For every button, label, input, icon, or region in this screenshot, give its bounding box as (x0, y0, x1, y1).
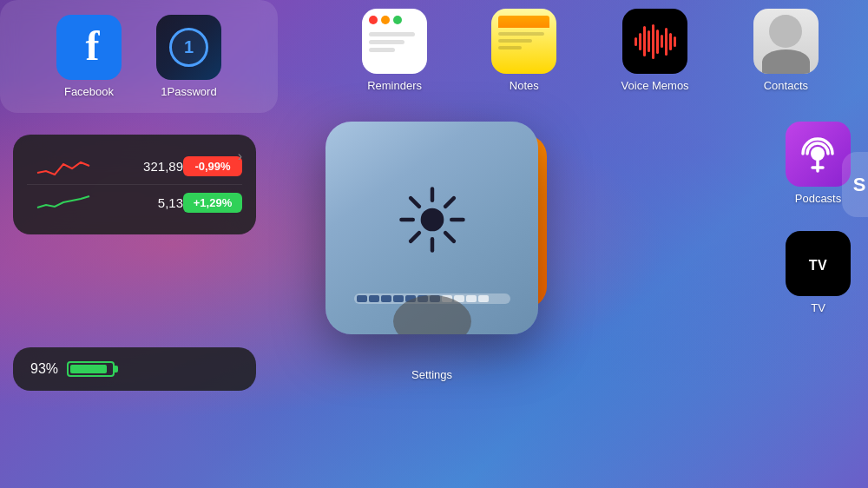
podcasts-label: Podcasts (795, 192, 841, 205)
settings-widget[interactable]: Settings (326, 122, 538, 356)
facebook-f-letter: f (86, 22, 100, 69)
svg-line-5 (411, 198, 419, 207)
tv-app[interactable]: TV TV (786, 231, 851, 314)
wbar-8 (665, 28, 667, 56)
svg-line-8 (411, 233, 419, 241)
reminders-icon-img (362, 9, 427, 74)
contacts-icon-img (753, 9, 819, 74)
stock-chart-2 (37, 192, 125, 214)
svg-line-6 (445, 233, 454, 241)
reminders-line-3 (369, 48, 395, 52)
wbar-5 (652, 24, 654, 59)
bseg-4 (393, 295, 404, 302)
podcasts-icon-img (786, 122, 851, 187)
note-line-1 (498, 32, 544, 36)
wbar-4 (648, 30, 650, 52)
right-apps-column: Podcasts TV TV (786, 122, 851, 314)
onepassword-digit: 1 (184, 37, 194, 57)
wbar-2 (639, 33, 641, 50)
wbar-1 (635, 37, 637, 46)
note-line-2 (498, 39, 531, 43)
contacts-body (762, 49, 810, 74)
stock-price-2: 5,13 (135, 195, 183, 210)
bseg-1 (357, 295, 367, 302)
facebook-label: Facebook (64, 85, 114, 98)
partial-app-right: S (842, 152, 868, 217)
dot-red (369, 16, 378, 24)
podcasts-app[interactable]: Podcasts (786, 122, 851, 205)
bseg-10 (466, 295, 477, 302)
wbar-10 (674, 36, 676, 47)
tv-text-label: TV (809, 258, 827, 274)
notes-icon-img (491, 9, 556, 74)
notes-lines (498, 32, 549, 49)
svg-point-0 (420, 208, 444, 231)
onepassword-inner: 1 (169, 28, 208, 67)
battery-percent-text: 93% (30, 361, 58, 377)
tv-icon-img: TV (786, 231, 851, 296)
chevron-right-icon: › (238, 148, 242, 164)
settings-widget-inner (326, 122, 538, 334)
waveform (635, 20, 676, 63)
chart-svg-1 (37, 155, 89, 177)
partial-icon: S (842, 152, 868, 217)
onepassword-icon-img: 1 (156, 15, 221, 80)
left-apps-card: f Facebook 1 1Password (0, 0, 278, 113)
svg-line-7 (445, 198, 454, 207)
battery-widget: 93% (13, 347, 256, 391)
partial-letter: S (853, 174, 866, 196)
brightness-icon (398, 185, 467, 254)
stocks-widget: › 321,89 -0,99% 5,13 +1,29% (13, 135, 256, 234)
bseg-11 (478, 295, 489, 302)
wbar-7 (661, 35, 663, 48)
notes-app[interactable]: Notes (491, 9, 556, 92)
stock-row-2[interactable]: 5,13 +1,29% (27, 185, 242, 221)
stock-row-1[interactable]: 321,89 -0,99% (27, 148, 242, 185)
battery-fill-bar (70, 365, 107, 373)
stock-badge-2: +1,29% (183, 193, 242, 213)
notes-top-bar (498, 16, 549, 28)
dot-yellow (381, 16, 390, 24)
top-apps-area: Reminders Notes (312, 9, 868, 92)
voicememos-icon-img (622, 9, 687, 74)
reminders-line-2 (369, 40, 404, 44)
battery-row: 93% (30, 361, 239, 377)
settings-app-label: Settings (411, 368, 452, 381)
facebook-app[interactable]: f Facebook (56, 15, 122, 98)
battery-bar-outline (67, 361, 115, 377)
stock-badge-1: -0,99% (183, 156, 242, 176)
reminders-label: Reminders (367, 79, 422, 92)
facebook-icon-img: f (56, 15, 122, 80)
note-line-3 (498, 46, 522, 49)
reminders-line-1 (369, 32, 415, 36)
reminders-traffic-lights (369, 16, 402, 24)
contacts-label: Contacts (764, 79, 808, 92)
reminders-lines (369, 32, 420, 52)
voicememos-label: Voice Memos (621, 79, 689, 92)
wbar-9 (669, 33, 672, 50)
bseg-2 (369, 295, 379, 302)
contacts-app[interactable]: Contacts (753, 9, 819, 92)
voicememos-app[interactable]: Voice Memos (621, 9, 689, 92)
onepassword-label: 1Password (161, 85, 216, 98)
bseg-3 (381, 295, 391, 302)
podcast-symbol (799, 135, 838, 174)
podcast-svg (799, 135, 838, 174)
sun-svg (398, 181, 467, 259)
settings-label-container: Settings (411, 366, 452, 382)
svg-point-9 (811, 147, 825, 161)
dot-green (393, 16, 402, 24)
tv-app-label: TV (811, 301, 825, 314)
wbar-3 (643, 26, 646, 56)
chart-svg-2 (37, 192, 89, 214)
contacts-avatar (769, 15, 802, 48)
stock-chart-1 (37, 155, 125, 177)
reminders-app[interactable]: Reminders (362, 9, 427, 92)
notes-label: Notes (510, 79, 539, 92)
onepassword-app[interactable]: 1 1Password (156, 15, 221, 98)
stock-price-1: 321,89 (135, 159, 183, 174)
wbar-6 (656, 30, 659, 54)
